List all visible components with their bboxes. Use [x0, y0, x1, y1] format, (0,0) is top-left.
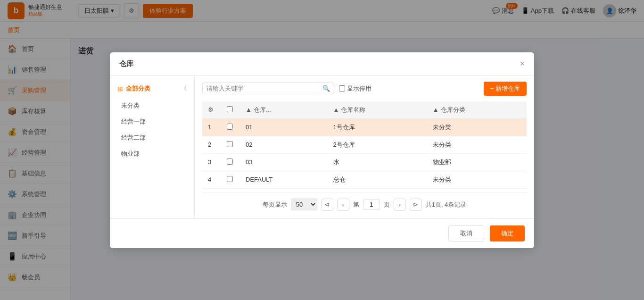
category-item-dept1[interactable]: 经营一部 — [110, 114, 194, 130]
row-select-checkbox[interactable] — [227, 124, 233, 130]
grid-icon: ⊞ — [117, 85, 123, 92]
sort-icon: ▲ — [246, 106, 252, 113]
dialog-toolbar: 🔍 显示停用 + 新增仓库 — [202, 82, 527, 96]
category-item-uncategorized[interactable]: 未分类 — [110, 98, 194, 114]
collapse-icon[interactable]: 《 — [181, 84, 187, 92]
first-page-button[interactable]: ⊲ — [321, 199, 333, 211]
row-code: 01 — [240, 118, 328, 136]
table-panel: 🔍 显示停用 + 新增仓库 ⚙ — [195, 76, 534, 218]
add-warehouse-button[interactable]: + 新增仓库 — [484, 82, 527, 96]
show-disabled-checkbox[interactable]: 显示停用 — [339, 84, 372, 93]
dialog-footer: 取消 确定 — [110, 218, 534, 248]
row-name: 2号仓库 — [328, 136, 427, 153]
show-disabled-label: 显示停用 — [347, 84, 372, 93]
per-page-select[interactable]: 50 10 20 100 — [291, 199, 317, 210]
page-input[interactable] — [363, 199, 380, 210]
category-item-property[interactable]: 物业部 — [110, 146, 194, 162]
warehouse-dialog: 仓库 × ⊞ 全部分类 《 未分类 经营一部 经营二部 — [110, 52, 534, 248]
row-select-checkbox[interactable] — [227, 176, 233, 182]
show-disabled-check[interactable] — [339, 85, 345, 92]
last-page-button[interactable]: ⊳ — [410, 199, 422, 211]
search-icon[interactable]: 🔍 — [322, 85, 330, 92]
row-name: 总仓 — [328, 171, 427, 188]
cancel-button[interactable]: 取消 — [448, 225, 484, 242]
sort-category[interactable]: ▲ 仓库分类 — [433, 106, 521, 114]
table-row[interactable]: 3 03 水 物业部 — [202, 153, 527, 171]
sort-code[interactable]: ▲ 仓库... — [246, 106, 322, 114]
th-checkbox — [221, 101, 240, 119]
th-name: ▲ 仓库名称 — [328, 101, 427, 119]
category-item-dept2[interactable]: 经营二部 — [110, 130, 194, 146]
row-index: 3 — [202, 153, 221, 171]
sort-icon: ▲ — [333, 106, 339, 113]
row-checkbox — [221, 153, 240, 171]
row-category: 未分类 — [427, 136, 527, 153]
page-total: 共1页, 4条记录 — [426, 200, 467, 209]
confirm-button[interactable]: 确定 — [490, 225, 525, 242]
dialog-body: ⊞ 全部分类 《 未分类 经营一部 经营二部 物业部 — [110, 76, 534, 218]
sort-icon: ▲ — [433, 106, 439, 113]
row-name: 1号仓库 — [328, 118, 427, 136]
page-unit: 页 — [384, 200, 390, 209]
per-page-label: 每页显示 — [263, 200, 287, 209]
page-label: 第 — [353, 200, 359, 209]
row-category: 未分类 — [427, 118, 527, 136]
category-all[interactable]: ⊞ 全部分类 《 — [110, 82, 194, 98]
th-settings: ⚙ — [202, 101, 221, 119]
row-select-checkbox[interactable] — [227, 141, 233, 147]
category-all-label: 全部分类 — [126, 84, 150, 93]
search-input[interactable] — [206, 85, 322, 92]
next-page-button[interactable]: › — [394, 199, 406, 211]
select-all-checkbox[interactable] — [227, 106, 233, 112]
table-row[interactable]: 4 DEFAULT 总仓 未分类 — [202, 171, 527, 188]
dialog-header: 仓库 × — [110, 52, 534, 76]
category-panel: ⊞ 全部分类 《 未分类 经营一部 经营二部 物业部 — [110, 76, 195, 218]
row-category: 未分类 — [427, 171, 527, 188]
row-category: 物业部 — [427, 153, 527, 171]
warehouse-table: ⚙ ▲ 仓库... — [202, 101, 527, 189]
row-index: 2 — [202, 136, 221, 153]
row-index: 4 — [202, 171, 221, 188]
row-checkbox — [221, 136, 240, 153]
row-code: DEFAULT — [240, 171, 328, 188]
table-row[interactable]: 2 02 2号仓库 未分类 — [202, 136, 527, 153]
row-name: 水 — [328, 153, 427, 171]
row-checkbox — [221, 118, 240, 136]
th-category: ▲ 仓库分类 — [427, 101, 527, 119]
row-select-checkbox[interactable] — [227, 158, 233, 165]
sort-name[interactable]: ▲ 仓库名称 — [333, 106, 421, 114]
row-code: 02 — [240, 136, 328, 153]
th-code: ▲ 仓库... — [240, 101, 328, 119]
search-box: 🔍 — [202, 83, 334, 94]
gear-icon[interactable]: ⚙ — [208, 106, 214, 113]
close-icon[interactable]: × — [520, 59, 525, 69]
prev-page-button[interactable]: ‹ — [337, 199, 349, 211]
row-code: 03 — [240, 153, 328, 171]
row-index: 1 — [202, 118, 221, 136]
dialog-title: 仓库 — [119, 59, 133, 68]
table-row[interactable]: 1 01 1号仓库 未分类 — [202, 118, 527, 136]
row-checkbox — [221, 171, 240, 188]
pagination: 每页显示 50 10 20 100 ⊲ ‹ 第 页 › ⊳ 共1页, 4条记录 — [202, 192, 527, 213]
dialog-overlay: 仓库 × ⊞ 全部分类 《 未分类 经营一部 经营二部 — [0, 0, 644, 300]
